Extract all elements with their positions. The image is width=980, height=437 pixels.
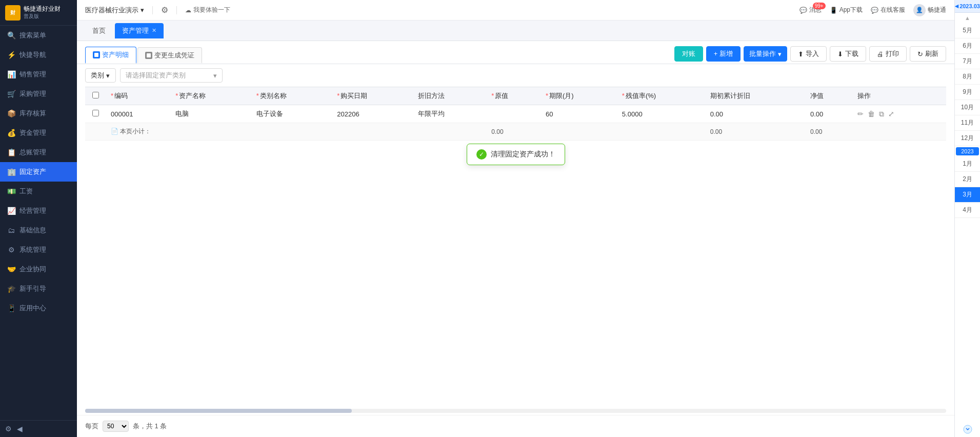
sidebar-item-label: 快捷导航 [19, 50, 46, 59]
cal-month-1[interactable]: 1月 [955, 156, 980, 172]
cal-month-5[interactable]: 5月 [955, 23, 980, 38]
edit-icon[interactable]: ✏ [857, 110, 864, 118]
sidebar-item-payroll[interactable]: 💵 工资 [0, 182, 77, 201]
cal-month-10[interactable]: 10月 [955, 100, 980, 115]
operations-icon: 📈 [7, 207, 15, 215]
subtotal-net: 0.00 [805, 123, 852, 141]
sidebar-item-label: 基础信息 [19, 226, 46, 235]
row-checkbox-cell[interactable] [85, 105, 106, 123]
tab-close-icon[interactable]: ✕ [152, 27, 156, 34]
scroll-track [85, 409, 946, 413]
subtab-voucher[interactable]: 变更生成凭证 [137, 47, 202, 63]
copy-icon[interactable]: ⧉ [879, 110, 884, 118]
per-page-select[interactable]: 50 100 200 [103, 421, 129, 432]
settings-icon[interactable]: ⚙ [5, 425, 12, 433]
filter-placeholder: 请选择固定资产类别 [126, 71, 186, 80]
download-button[interactable]: ⬇ 下载 [830, 46, 866, 62]
cal-month-7[interactable]: 7月 [955, 54, 980, 69]
print-button[interactable]: 🖨 打印 [869, 46, 907, 62]
online-service-button[interactable]: 💬 在线客服 [871, 6, 905, 14]
cal-month-11[interactable]: 11月 [955, 115, 980, 131]
subtab-bar: 资产明细 变更生成凭证 对账 + 新增 批量操作 ▾ ⬆ 导入 [77, 41, 954, 64]
app-download-label: App下载 [839, 6, 863, 14]
refresh-button[interactable]: ↻ 刷新 [910, 46, 946, 62]
subtotal-accumulated: 0.00 [705, 123, 805, 141]
settings-button[interactable]: ⚙ [161, 5, 168, 15]
col-category: *类别名称 [251, 87, 332, 105]
sidebar-bottom: ⚙ ◀ [0, 420, 77, 437]
collapse-icon[interactable]: ◀ [17, 425, 23, 433]
topbar: 医疗器械行业演示 ▾ ⚙ ☁ 我要体验一下 💬 消息 99+ 📱 App下载 💬… [77, 0, 954, 21]
reconcile-button[interactable]: 对账 [674, 46, 703, 62]
message-icon: 💬 [799, 7, 807, 14]
import-button[interactable]: ⬆ 导入 [790, 46, 827, 62]
enterprise-icon: 🤝 [7, 265, 15, 273]
category-input[interactable]: 请选择固定资产类别 ▾ [120, 68, 223, 83]
message-button[interactable]: 💬 消息 99+ [799, 6, 822, 14]
download-icon: ⬇ [837, 50, 843, 58]
cal-month-8[interactable]: 8月 [955, 69, 980, 85]
sidebar-item-label: 新手引导 [19, 284, 46, 293]
cell-period: 60 [541, 105, 617, 123]
cell-purchase-date: 202206 [332, 105, 413, 123]
sidebar-item-system[interactable]: ⚙ 系统管理 [0, 240, 77, 260]
user-profile[interactable]: 👤 畅捷通 [913, 4, 946, 16]
calendar-scroll-up[interactable]: ▲ [955, 13, 980, 23]
sidebar-item-beginner[interactable]: 🎓 新手引导 [0, 279, 77, 299]
cal-month-3-current[interactable]: 3月 [955, 187, 980, 203]
new-button[interactable]: + 新增 [706, 46, 741, 62]
payroll-icon: 💵 [7, 187, 15, 195]
cell-name: 电脑 [170, 105, 251, 123]
cal-month-4[interactable]: 4月 [955, 203, 980, 218]
sidebar-item-label: 系统管理 [19, 245, 46, 254]
success-check-icon: ✓ [476, 149, 487, 160]
horizontal-scrollbar[interactable] [77, 407, 954, 415]
tab-asset-management[interactable]: 资产管理 ✕ [115, 23, 164, 38]
sidebar-item-label: 采购管理 [19, 89, 46, 98]
calendar-scroll-down[interactable] [955, 423, 980, 437]
row-checkbox[interactable] [92, 110, 99, 116]
sidebar-item-finance[interactable]: 💰 资金管理 [0, 123, 77, 143]
batch-operation-button[interactable]: 批量操作 ▾ [744, 46, 787, 62]
category-filter[interactable]: 类别 ▾ [85, 68, 116, 83]
scroll-thumb[interactable] [85, 409, 352, 413]
select-all-checkbox[interactable] [92, 92, 99, 98]
sidebar-item-quick-nav[interactable]: ⚡ 快捷导航 [0, 45, 77, 65]
company-selector[interactable]: 医疗器械行业演示 ▾ [85, 6, 144, 15]
sidebar-item-basic-info[interactable]: 🗂 基础信息 [0, 221, 77, 240]
cal-month-12[interactable]: 12月 [955, 131, 980, 146]
subtab-asset-detail[interactable]: 资产明细 [85, 47, 136, 64]
sidebar-item-enterprise[interactable]: 🤝 企业协同 [0, 260, 77, 279]
subtotal-checkbox-cell [85, 123, 106, 141]
sidebar-item-ledger[interactable]: 📋 总账管理 [0, 143, 77, 162]
sidebar-item-sales[interactable]: 📊 销售管理 [0, 65, 77, 84]
col-name: *资产名称 [170, 87, 251, 105]
more-icon[interactable]: ⤢ [888, 110, 894, 118]
cell-net-value: 0.00 [805, 105, 852, 123]
chevron-down-icon: ▾ [106, 72, 110, 80]
user-avatar: 👤 [913, 4, 926, 16]
sidebar-item-purchase[interactable]: 🛒 采购管理 [0, 84, 77, 104]
sidebar-item-search-menu[interactable]: 🔍 搜索菜单 [0, 26, 77, 45]
select-all-header[interactable] [85, 87, 106, 105]
sidebar-item-inventory[interactable]: 📦 库存核算 [0, 104, 77, 123]
sidebar-navigation: 🔍 搜索菜单 ⚡ 快捷导航 📊 销售管理 🛒 采购管理 📦 库存核算 💰 资金管… [0, 26, 77, 420]
calendar-arrow-up[interactable]: ◀ [955, 4, 958, 9]
cal-month-9[interactable]: 9月 [955, 85, 980, 100]
delete-icon[interactable]: 🗑 [868, 110, 875, 118]
cal-month-6[interactable]: 6月 [955, 38, 980, 54]
inventory-icon: 📦 [7, 109, 15, 117]
sidebar-item-fixed-assets[interactable]: 🏢 固定资产 [0, 162, 77, 182]
right-sidebar-calendar: ◀ 2023.03 ▲ 5月 6月 7月 8月 9月 10月 11月 12月 2… [954, 0, 980, 437]
refresh-icon: ↻ [917, 50, 923, 58]
tab-home[interactable]: 首页 [85, 23, 113, 38]
success-toast: ✓ 清理固定资产成功！ [467, 144, 565, 165]
cal-month-2[interactable]: 2月 [955, 172, 980, 187]
sidebar-item-app-center[interactable]: 📱 应用中心 [0, 299, 77, 318]
svg-rect-1 [147, 53, 151, 57]
app-download-button[interactable]: 📱 App下载 [830, 6, 863, 14]
success-message: 清理固定资产成功！ [491, 150, 555, 159]
col-net-value: 净值 [805, 87, 852, 105]
sidebar-item-operations[interactable]: 📈 经营管理 [0, 201, 77, 221]
experience-button[interactable]: ☁ 我要体验一下 [185, 6, 230, 14]
